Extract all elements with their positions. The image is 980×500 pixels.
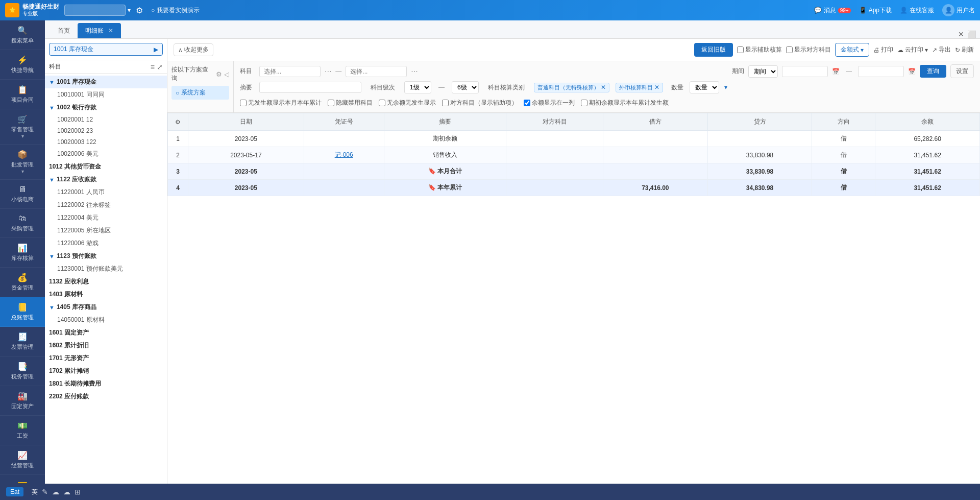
period-start-calendar-icon[interactable]: 📅 [832,68,840,75]
tree-item-1701[interactable]: 1701 无形资产 [45,352,167,365]
kemu-start-input[interactable] [259,66,321,77]
tree-item-1001[interactable]: ▼ 1001 库存现金 [45,76,167,88]
cloud-icon-2[interactable]: ☁ [63,488,70,496]
tree-item-14050001[interactable]: 14050001 原材料 [45,314,167,326]
tree-item-10020001[interactable]: 10020001 12 [45,114,167,125]
checkbox-hide-disabled[interactable] [328,100,334,106]
print-button[interactable]: 🖨 打印 [873,45,893,54]
sidebar-item-salary[interactable]: 💵 工资 [0,416,45,445]
checkbox-opposite-account[interactable] [442,100,449,106]
account-selector-button[interactable]: 1001 库存现金 ▶ [49,43,163,56]
checkbox-no-amount-label[interactable]: 无余额无发生显示 [379,99,436,107]
cloud-icon-1[interactable]: ☁ [52,488,59,496]
checkbox-no-balance-label[interactable]: 无发生额显示本月本年累计 [240,99,322,107]
checkbox-balance-one-col[interactable] [524,100,530,106]
tree-item-11220001[interactable]: 11220001 人民币 [45,186,167,199]
level-end-select[interactable]: 6级 [452,81,479,93]
tree-item-1123[interactable]: ▼ 1123 预付账款 [45,250,167,263]
eat-button[interactable]: Eat [6,487,23,496]
sidebar-item-fixed-assets[interactable]: 🏭 固定资产 [0,386,45,416]
checkbox-initial-balance-label[interactable]: 期初余额显示本年累计发生额 [581,99,669,107]
user-profile-button[interactable]: 👤 用户名 [942,4,975,16]
sidebar-item-invoice[interactable]: 🧾 发票管理 [0,327,45,356]
app-download-button[interactable]: 📱 App下载 [859,6,892,15]
checkbox-no-balance[interactable] [240,100,247,106]
scheme-item-system[interactable]: ○ 系统方案 [172,86,229,100]
tree-item-2202[interactable]: 2202 应付账款 [45,390,167,403]
tree-item-1122[interactable]: ▼ 1122 应收账款 [45,173,167,186]
header-search-input[interactable] [64,5,126,16]
tree-item-10010001[interactable]: 10010001 同同同 [45,88,167,101]
tree-item-11220005[interactable]: 11220005 所在地区 [45,224,167,237]
filter-config-button[interactable]: ⚙ [216,70,222,78]
show-auxiliary-checkbox-label[interactable]: 显示辅助核算 [737,45,782,54]
sidebar-item-wholesale[interactable]: 📦 批发管理 ▾ [0,145,45,180]
sidebar-item-search[interactable]: 🔍 搜索菜单 [0,20,45,50]
tree-expand-button[interactable]: ⤢ [157,63,163,71]
checkbox-balance-one-col-label[interactable]: 余额显示在一列 [524,99,575,107]
tree-item-1602[interactable]: 1602 累计折旧 [45,339,167,352]
show-opposite-checkbox-label[interactable]: 显示对方科目 [786,45,831,54]
collapse-more-button[interactable]: ∧ 收起更多 [174,43,213,56]
tree-item-10020002[interactable]: 10020002 23 [45,125,167,136]
period-type-select[interactable]: 期间 [748,65,778,78]
tree-item-1403[interactable]: 1403 原材料 [45,288,167,301]
period-start-input[interactable]: 2023-05 [782,66,828,77]
tree-item-1002[interactable]: ▼ 1002 银行存款 [45,101,167,114]
messages-button[interactable]: 💬 消息 99+ [814,6,851,15]
refresh-button[interactable]: ↻ 刷新 [955,45,974,54]
header-gear-button[interactable]: ⚙ [136,6,143,15]
tree-list-view-button[interactable]: ≡ [151,63,155,71]
tree-item-1702[interactable]: 1702 累计摊销 [45,365,167,377]
sidebar-item-ledger[interactable]: 📒 总账管理 [0,297,45,327]
sidebar-item-purchase[interactable]: 🛍 采购管理 [0,209,45,238]
settings-button[interactable]: 设置 [950,64,974,78]
sidebar-item-retail[interactable]: 🛒 零售管理 ▾ [0,109,45,145]
checkbox-no-amount[interactable] [379,100,385,106]
show-auxiliary-checkbox[interactable] [737,46,744,53]
online-service-button[interactable]: 👤 在线客服 [900,6,934,15]
export-button[interactable]: ↗ 导出 [932,45,951,54]
level-start-select[interactable]: 1级 [404,81,431,93]
sidebar-item-tax[interactable]: 📑 税务管理 [0,356,45,386]
sidebar-item-ecommerce[interactable]: 🖥 小畅电商 [0,180,45,209]
tree-item-11230001[interactable]: 11230001 预付账款美元 [45,263,167,275]
tree-item-11220006[interactable]: 11220006 游戏 [45,237,167,250]
checkbox-hide-disabled-label[interactable]: 隐藏禁用科目 [328,99,373,107]
th-config[interactable]: ⚙ [168,113,188,131]
sidebar-item-finance[interactable]: 💰 资金管理 [0,268,45,297]
tag-remove-icon[interactable]: ✕ [601,84,606,91]
header-dropdown-button[interactable]: ▾ [126,6,133,15]
grid-icon[interactable]: ⊞ [75,488,81,496]
tab-close-icon[interactable]: ✕ [108,27,113,34]
sidebar-item-operations[interactable]: 📈 经营管理 [0,445,45,475]
filter-collapse-button[interactable]: ◁ [224,70,229,78]
cell-voucher[interactable]: 记-006 [304,147,384,163]
tag-remove-icon[interactable]: ✕ [654,84,659,91]
tree-item-10020003[interactable]: 10020003 122 [45,136,167,148]
summary-input[interactable] [259,82,361,93]
tree-item-11220002[interactable]: 11220002 往来标签 [45,199,167,211]
tree-item-10020006[interactable]: 10020006 美元 [45,148,167,160]
return-old-version-button[interactable]: 返回旧版 [694,43,733,57]
tab-home[interactable]: 首页 [50,23,78,38]
tree-item-1405[interactable]: ▼ 1405 库存商品 [45,301,167,314]
checkbox-initial-balance[interactable] [581,100,587,106]
cloud-print-button[interactable]: ☁ 云打印 ▾ [897,45,928,54]
show-opposite-checkbox[interactable] [786,46,793,53]
window-close-button[interactable]: ✕ [958,30,964,38]
kemu-end-input[interactable] [346,66,407,77]
tree-item-1601[interactable]: 1601 固定资产 [45,326,167,339]
tab-detail-ledger[interactable]: 明细账 ✕ [78,23,121,38]
tree-item-11220004[interactable]: 11220004 美元 [45,211,167,224]
tree-item-1132[interactable]: 1132 应收利息 [45,275,167,288]
period-end-input[interactable]: 2023-05 [858,66,904,77]
quantity-select[interactable]: 数量 [690,81,719,93]
sidebar-item-quicknav[interactable]: ⚡ 快捷导航 [0,50,45,80]
tree-item-1012[interactable]: 1012 其他货币资金 [45,160,167,173]
checkbox-opposite-account-label[interactable]: 对方科目（显示辅助项） [442,99,518,107]
demo-link[interactable]: ○ 我要看实例演示 [151,6,200,15]
edit-icon[interactable]: ✎ [42,488,48,496]
window-maximize-button[interactable]: ⬜ [967,30,976,38]
query-button[interactable]: 查询 [920,65,946,78]
